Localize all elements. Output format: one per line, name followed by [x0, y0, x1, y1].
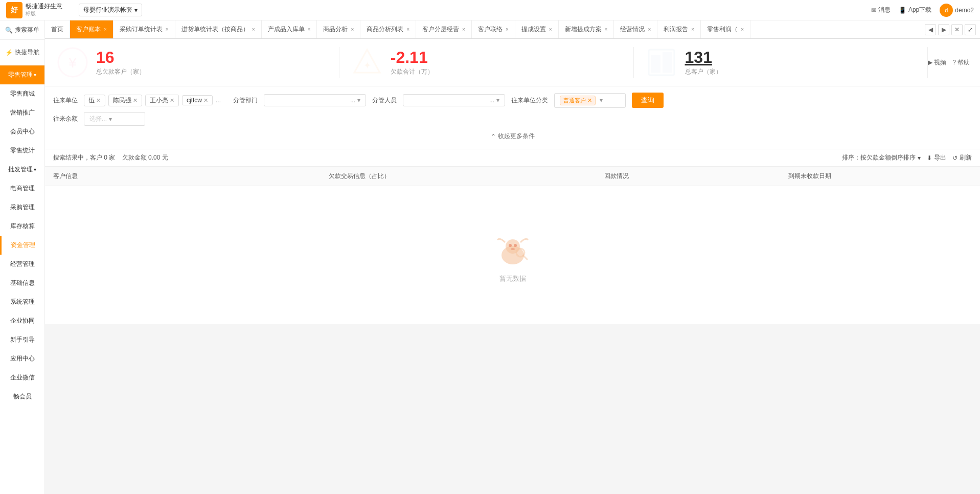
logo-icon: 好: [6, 2, 22, 18]
collapse-button[interactable]: ⌃ 收起更多条件: [487, 130, 539, 143]
sort-selector[interactable]: 排序：按欠款金额倒序排序 ▾: [842, 153, 921, 162]
stat-total-customers-info: 131 总客户（家）: [685, 49, 722, 76]
tab-maximize-button[interactable]: ⤢: [965, 24, 976, 35]
tab-label-13: 零售利润（: [707, 25, 738, 34]
sidebar-item-16[interactable]: 企业微信: [0, 368, 44, 387]
stat-debt-total: ✦ -2.11 欠款合计（万）: [339, 47, 634, 78]
topbar: 好 畅捷通好生意 标版 母婴行业演示帐套 ▾ ✉ 消息 📱 App下载 d de…: [0, 0, 980, 20]
stat-total-customers-number: 131: [685, 49, 722, 65]
stat-debt-customers-label: 总欠款客户（家）: [96, 68, 145, 76]
tab-0[interactable]: 首页: [45, 20, 70, 39]
tab-12[interactable]: 利润报告×: [657, 20, 701, 39]
tab-2[interactable]: 采购订单统计表×: [113, 20, 175, 39]
tab-close-5[interactable]: ×: [351, 27, 354, 32]
tab-3[interactable]: 进货单统计表（按商品）×: [175, 20, 262, 39]
tab-7[interactable]: 客户分层经营×: [416, 20, 472, 39]
tab-11[interactable]: 经营情况×: [614, 20, 657, 39]
empty-text: 暂无数据: [499, 274, 526, 283]
tab-close-12[interactable]: ×: [691, 27, 694, 32]
customer-type-remove[interactable]: ✕: [587, 97, 592, 104]
tab-close-4[interactable]: ×: [308, 27, 311, 32]
tab-8[interactable]: 客户联络×: [472, 20, 515, 39]
sidebar-item-15[interactable]: 应用中心: [0, 349, 44, 368]
tab-close-11[interactable]: ×: [648, 27, 651, 32]
customer-type-tag: 普通客户 ✕: [560, 96, 596, 105]
export-button[interactable]: ⬇ 导出: [927, 153, 946, 162]
logo-main: 畅捷通好生意: [26, 3, 62, 11]
tab-close-7[interactable]: ×: [462, 27, 465, 32]
stat-debt-total-number: -2.11: [391, 49, 434, 65]
person-filter-more[interactable]: ...: [489, 97, 494, 104]
tab-9[interactable]: 提成设置×: [515, 20, 559, 39]
sidebar-item-9[interactable]: 资金管理: [0, 236, 44, 255]
sort-chevron-icon: ▾: [918, 154, 921, 162]
tab-close-10[interactable]: ×: [605, 27, 608, 32]
help-button[interactable]: ? 帮助: [952, 58, 970, 67]
tab-close-13[interactable]: ×: [741, 27, 744, 32]
sidebar-item-3[interactable]: 会员中心: [0, 122, 44, 141]
sidebar-item-2[interactable]: 营销推广: [0, 103, 44, 122]
sidebar-search[interactable]: 🔍 搜索菜单: [0, 20, 44, 40]
tab-next-button[interactable]: ▶: [938, 24, 949, 35]
sidebar-item-8[interactable]: 库存核算: [0, 217, 44, 236]
dept-filter-select[interactable]: ... ▾: [264, 94, 366, 106]
tab-5[interactable]: 商品分析×: [317, 20, 360, 39]
sidebar-item-1[interactable]: 零售商城: [0, 84, 44, 103]
refresh-button[interactable]: ↺ 刷新: [952, 153, 972, 162]
quick-nav-item[interactable]: ⚡ 快捷导航: [0, 44, 44, 61]
video-button[interactable]: ▶ 视频: [928, 58, 946, 67]
tab-4[interactable]: 产成品入库单×: [262, 20, 317, 39]
table-col-due-date: 到期未收款日期: [788, 172, 972, 181]
tab-close-all-button[interactable]: ✕: [951, 24, 963, 35]
svg-text:¥: ¥: [68, 55, 77, 71]
stat-debt-customers: ¥ 16 总欠款客户（家）: [45, 47, 339, 78]
unit-tag-cjttcw-remove[interactable]: ✕: [203, 97, 208, 104]
topbar-right: ✉ 消息 📱 App下载 d demo2: [871, 4, 974, 17]
sidebar-item-7[interactable]: 采购管理: [0, 198, 44, 217]
balance-filter-select[interactable]: 选择... ▾: [84, 112, 145, 126]
unit-tag-wu-text: 伍: [88, 96, 95, 105]
tab-label-5: 商品分析: [323, 25, 348, 34]
unit-tag-wu-remove[interactable]: ✕: [96, 97, 101, 104]
dept-filter-more[interactable]: ...: [350, 97, 355, 104]
person-filter-select[interactable]: ... ▾: [403, 94, 505, 106]
tab-10[interactable]: 新增提成方案×: [559, 20, 614, 39]
empty-icon: [492, 227, 533, 268]
tab-close-9[interactable]: ×: [549, 27, 552, 32]
sidebar-item-14[interactable]: 新手引导: [0, 330, 44, 349]
balance-placeholder: 选择...: [89, 115, 107, 123]
query-button[interactable]: 查询: [632, 93, 664, 108]
sidebar-quick-nav[interactable]: ⚡ 快捷导航: [0, 40, 44, 65]
tab-1[interactable]: 客户账本×: [70, 20, 113, 39]
sidebar-item-0[interactable]: 零售管理▾: [0, 65, 44, 84]
tab-6[interactable]: 商品分析列表×: [360, 20, 416, 39]
unit-tag-wu: 伍 ✕: [84, 95, 105, 106]
debt-total-icon: ✦: [352, 47, 382, 78]
sidebar-item-10[interactable]: 经营管理: [0, 255, 44, 274]
sidebar-item-12[interactable]: 系统管理: [0, 293, 44, 311]
tab-close-2[interactable]: ×: [166, 27, 169, 32]
sidebar-item-6[interactable]: 电商管理: [0, 179, 44, 198]
sidebar-item-4[interactable]: 零售统计: [0, 141, 44, 160]
tab-prev-button[interactable]: ◀: [925, 24, 936, 35]
tab-label-3: 进货单统计表（按商品）: [181, 25, 249, 34]
tab-close-3[interactable]: ×: [252, 27, 255, 32]
refresh-icon: ↺: [952, 154, 958, 162]
store-selector[interactable]: 母婴行业演示帐套 ▾: [79, 4, 142, 16]
app-download-button[interactable]: 📱 App下载: [899, 6, 931, 14]
user-menu[interactable]: d demo2: [940, 4, 974, 17]
unit-filter-more[interactable]: ...: [216, 97, 221, 104]
type-filter-select[interactable]: 普通客户 ✕ ▾: [554, 93, 626, 108]
tab-close-1[interactable]: ×: [104, 27, 107, 32]
unit-tag-chen-remove[interactable]: ✕: [133, 97, 138, 104]
tab-13[interactable]: 零售利润（×: [701, 20, 750, 39]
stat-debt-customers-info: 16 总欠款客户（家）: [96, 49, 145, 76]
sidebar-item-13[interactable]: 企业协同: [0, 311, 44, 330]
messages-button[interactable]: ✉ 消息: [871, 6, 891, 14]
sidebar-item-5[interactable]: 批发管理▾: [0, 160, 44, 179]
unit-tag-wang-remove[interactable]: ✕: [170, 97, 174, 104]
tab-close-6[interactable]: ×: [406, 27, 409, 32]
sidebar-item-11[interactable]: 基础信息: [0, 274, 44, 293]
sidebar-item-17[interactable]: 畅会员: [0, 387, 44, 406]
tab-close-8[interactable]: ×: [506, 27, 509, 32]
